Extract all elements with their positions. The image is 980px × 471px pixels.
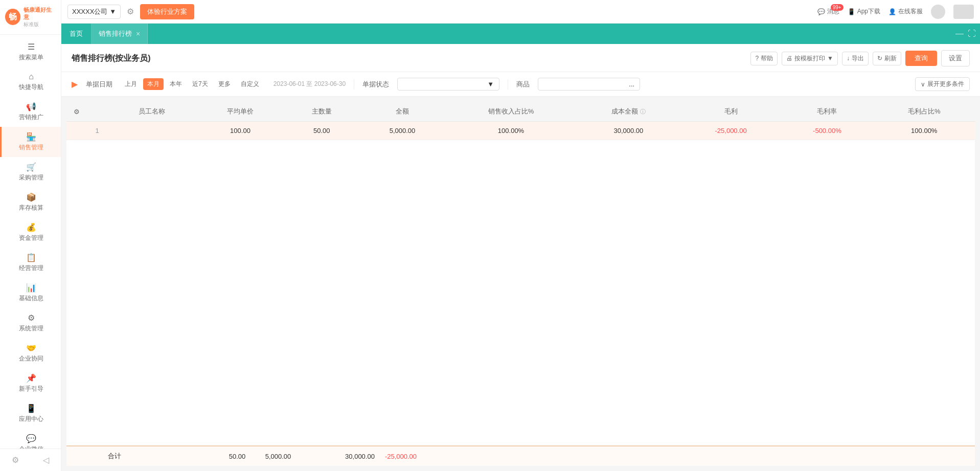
row-employee xyxy=(107,122,196,140)
notification-btn[interactable]: 💬 消息 99+ xyxy=(817,7,839,16)
date-opt-7days[interactable]: 近7天 xyxy=(188,78,212,90)
tab-minimize-icon[interactable]: — xyxy=(955,29,964,38)
th-rank xyxy=(87,102,107,122)
sidebar-item-label: 系统管理 xyxy=(19,324,43,333)
sales-icon: 🏪 xyxy=(26,132,36,142)
sidebar-item-inventory[interactable]: 📦 库存核算 xyxy=(0,187,61,217)
main-area: XXXXX公司 ▼ ⚙ 体验行业方案 💬 消息 99+ 📱 App下载 👤 在线… xyxy=(61,0,980,471)
sidebar-item-label: 采购管理 xyxy=(19,173,43,182)
help-button[interactable]: ? 帮助 xyxy=(750,52,778,65)
logo-text: 畅康通好生意 xyxy=(24,6,56,21)
user-avatar[interactable] xyxy=(931,5,945,19)
th-cost-help-icon: ⓘ xyxy=(640,108,646,115)
tab-sales-ranking[interactable]: 销售排行榜 × xyxy=(92,24,148,44)
sidebar-item-marketing[interactable]: 📢 营销推广 xyxy=(0,97,61,127)
date-options: 上月 本月 本年 近7天 更多 自定义 xyxy=(121,78,263,90)
topbar-right: 💬 消息 99+ 📱 App下载 👤 在线客服 xyxy=(817,5,974,19)
content-header: 销售排行榜(按业务员) ? 帮助 🖨 按模板打印 ▼ ↓ 导出 xyxy=(61,44,980,72)
th-gross-rate: 毛利率 xyxy=(781,102,873,122)
sidebar-item-purchase[interactable]: 🛒 采购管理 xyxy=(0,157,61,187)
quick-nav-icon: ⌂ xyxy=(29,72,34,81)
sidebar-item-system[interactable]: ⚙ 系统管理 xyxy=(0,308,61,338)
date-opt-year[interactable]: 本年 xyxy=(166,78,186,90)
filter-row: ▶ 单据日期 上月 本月 本年 近7天 更多 自定义 2023-06-01 至 … xyxy=(61,72,980,97)
trial-button[interactable]: 体验行业方案 xyxy=(140,4,194,19)
tab-close-icon[interactable]: × xyxy=(136,30,140,38)
footer-cost: 30,000.00 xyxy=(339,453,380,460)
sidebar-item-basic-info[interactable]: 📊 基础信息 xyxy=(0,278,61,308)
row-avg-price: 100.00 xyxy=(196,122,284,140)
refresh-label: 刷新 xyxy=(884,54,897,63)
doc-status-select[interactable]: ▼ xyxy=(397,78,499,91)
footer-gross: -25,000.00 xyxy=(380,453,421,460)
export-label: 导出 xyxy=(852,54,864,63)
print-button[interactable]: 🖨 按模板打印 ▼ xyxy=(782,52,838,65)
topbar: XXXXX公司 ▼ ⚙ 体验行业方案 💬 消息 99+ 📱 App下载 👤 在线… xyxy=(61,0,980,24)
sidebar-item-sales[interactable]: 🏪 销售管理 xyxy=(0,127,61,157)
row-gross: -25,000.00 xyxy=(681,122,781,140)
tab-home-label: 首页 xyxy=(70,29,83,38)
company-selector[interactable]: XXXXX公司 ▼ xyxy=(67,5,121,19)
date-opt-prev[interactable]: 上月 xyxy=(121,78,141,90)
sidebar-bottom: ⚙ ◁ xyxy=(0,448,61,471)
sidebar-settings-btn[interactable]: ⚙ xyxy=(8,453,23,467)
online-service-btn[interactable]: 👤 在线客服 xyxy=(888,7,923,16)
content: 销售排行榜(按业务员) ? 帮助 🖨 按模板打印 ▼ ↓ 导出 xyxy=(61,44,980,471)
refresh-icon: ↻ xyxy=(877,55,882,62)
row-sales-pct: 100.00% xyxy=(446,122,576,140)
footer-label: 合计 xyxy=(94,452,135,461)
th-qty: 主数量 xyxy=(285,102,359,122)
goods-label: 商品 xyxy=(516,80,530,89)
sidebar-item-wechat[interactable]: 💬 企业微信 xyxy=(0,429,61,448)
sidebar-item-operations[interactable]: 📋 经营管理 xyxy=(0,248,61,278)
expand-more-btn[interactable]: ∨ 展开更多条件 xyxy=(915,77,970,91)
topbar-gear-icon[interactable]: ⚙ xyxy=(125,5,136,18)
sidebar-item-app-center[interactable]: 📱 应用中心 xyxy=(0,398,61,429)
sidebar-item-enterprise[interactable]: 🤝 企业协同 xyxy=(0,338,61,368)
sidebar-item-finance[interactable]: 💰 资金管理 xyxy=(0,217,61,248)
row-gross-pct: 100.00% xyxy=(874,122,975,140)
sidebar-item-search-order[interactable]: ☰ 搜索菜单 xyxy=(0,37,61,67)
sidebar-item-guide[interactable]: 📌 新手引导 xyxy=(0,368,61,398)
date-opt-current[interactable]: 本月 xyxy=(143,78,164,90)
sidebar-item-label: 应用中心 xyxy=(19,415,43,423)
user-name-area[interactable] xyxy=(953,5,974,19)
doc-date-label: 单据日期 xyxy=(86,80,112,89)
app-download-btn[interactable]: 📱 App下载 xyxy=(848,7,880,16)
date-opt-more[interactable]: 更多 xyxy=(214,78,235,90)
footer-amount: 5,000.00 xyxy=(258,453,299,460)
goods-select[interactable]: ... xyxy=(538,78,640,91)
dropdown-icon: ▼ xyxy=(109,8,116,15)
table-row: 1 100.00 50.00 5,000.00 100.00% 30,000.0… xyxy=(66,122,975,140)
logo-area: 畅 畅康通好生意 标准版 xyxy=(0,0,61,35)
query-button[interactable]: 查询 xyxy=(905,51,937,66)
header-actions: ? 帮助 🖨 按模板打印 ▼ ↓ 导出 ↻ 刷新 xyxy=(750,50,970,66)
row-rank: 1 xyxy=(87,122,107,140)
row-gross-rate: -500.00% xyxy=(781,122,873,140)
guide-icon: 📌 xyxy=(26,373,36,383)
tab-home[interactable]: 首页 xyxy=(61,24,92,44)
sidebar-item-quick-nav[interactable]: ⌂ 快捷导航 xyxy=(0,67,61,97)
tab-maximize-icon[interactable]: ⛶ xyxy=(968,29,976,38)
search-order-icon: ☰ xyxy=(28,42,35,52)
export-button[interactable]: ↓ 导出 xyxy=(842,52,869,65)
date-opt-custom[interactable]: 自定义 xyxy=(237,78,263,90)
refresh-button[interactable]: ↻ 刷新 xyxy=(873,52,901,65)
finance-icon: 💰 xyxy=(26,222,36,232)
settings-button[interactable]: 设置 xyxy=(941,50,970,66)
system-icon: ⚙ xyxy=(28,313,35,323)
app-download-label: App下载 xyxy=(857,7,880,16)
tab-bar: 首页 销售排行榜 × — ⛶ xyxy=(61,24,980,44)
row-cost: 30,000.00 xyxy=(576,122,681,140)
th-sales-pct: 销售收入占比% xyxy=(446,102,576,122)
sidebar-item-label: 资金管理 xyxy=(19,234,43,242)
purchase-icon: 🛒 xyxy=(26,162,36,172)
th-amount: 全额 xyxy=(359,102,446,122)
th-gross-pct: 毛利占比% xyxy=(874,102,975,122)
sidebar-collapse-btn[interactable]: ◁ xyxy=(39,453,53,467)
row-settings xyxy=(66,122,87,140)
filter-divider-2 xyxy=(508,79,508,89)
print-label: 按模板打印 xyxy=(794,54,825,63)
marketing-icon: 📢 xyxy=(26,102,36,111)
th-settings[interactable]: ⚙ xyxy=(66,102,87,122)
